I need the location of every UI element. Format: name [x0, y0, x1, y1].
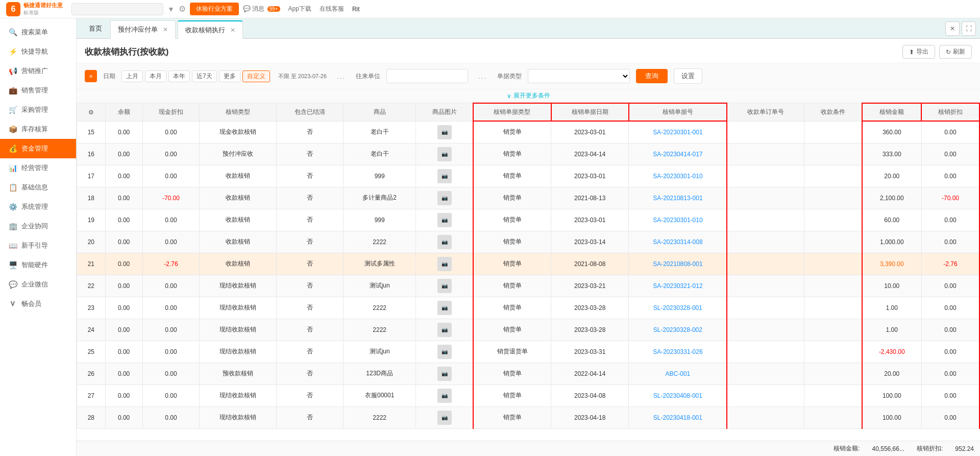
row-writeoff-discount: 0.00: [921, 275, 979, 297]
writeoff-no-link[interactable]: SL-20230328-002: [653, 326, 702, 333]
sidebar-item-purchase[interactable]: 🛒 采购管理: [0, 100, 76, 119]
sidebar-item-sales[interactable]: 💼 销售管理: [0, 81, 76, 100]
row-writeoff-date: 2023-03-14: [551, 231, 629, 253]
row-writeoff-no[interactable]: SA-20230321-012: [629, 275, 727, 297]
row-writeoff-amount: 1,000.00: [862, 231, 922, 253]
settings-button[interactable]: 设置: [674, 68, 702, 84]
date-btn-last-month[interactable]: 上月: [121, 70, 143, 82]
table-settings-icon[interactable]: ⚙: [88, 109, 94, 116]
row-writeoff-no[interactable]: SL-20230328-002: [629, 319, 727, 341]
sidebar-label-inventory: 库存核算: [21, 125, 48, 134]
sidebar-item-base[interactable]: 📋 基础信息: [0, 178, 76, 197]
col-goods-img: 商品图片: [416, 103, 474, 121]
row-writeoff-date: 2023-03-01: [551, 209, 629, 231]
sidebar-item-marketing[interactable]: 📢 营销推广: [0, 61, 76, 81]
sidebar-item-hardware[interactable]: 🖥️ 智能硬件: [0, 255, 76, 275]
filter-collapse-button[interactable]: »: [85, 70, 97, 82]
search-dropdown-icon[interactable]: ▼: [167, 5, 175, 13]
writeoff-no-link[interactable]: SA-20230321-012: [653, 282, 702, 290]
online-service-link[interactable]: 在线客服: [320, 5, 344, 13]
row-writeoff-no[interactable]: SA-20230314-008: [629, 231, 727, 253]
tab-prepay-close[interactable]: ✕: [163, 26, 168, 33]
row-writeoff-no[interactable]: SL-20230418-001: [629, 406, 727, 428]
filter-separator2: ...: [478, 73, 487, 80]
row-writeoff-no[interactable]: SA-20230301-010: [629, 209, 727, 231]
writeoff-no-link[interactable]: SA-20230414-017: [653, 151, 702, 158]
sidebar-item-shortcut[interactable]: ⚡ 快捷导航: [0, 42, 76, 61]
sidebar-item-member[interactable]: V 畅会员: [0, 294, 76, 314]
row-include-settled: 否: [276, 406, 343, 428]
sidebar-item-guide[interactable]: 📖 新手引导: [0, 236, 76, 255]
row-writeoff-type: 收款核销: [200, 209, 277, 231]
expand-conditions-btn[interactable]: ∨ 展开更多条件: [507, 91, 550, 100]
tab-fullscreen-button[interactable]: ⛶: [962, 21, 976, 36]
writeoff-no-link[interactable]: ABC-001: [666, 370, 691, 377]
row-writeoff-no[interactable]: SA-20210808-001: [629, 253, 727, 275]
row-writeoff-no[interactable]: SA-20210813-001: [629, 187, 727, 209]
row-writeoff-date: 2023-03-28: [551, 297, 629, 319]
sidebar-item-search[interactable]: 🔍 搜索菜单: [0, 22, 76, 42]
export-button[interactable]: ⬆ 导出: [902, 45, 935, 59]
writeoff-no-link[interactable]: SA-20230314-008: [653, 238, 702, 246]
tab-receipt-close[interactable]: ✕: [230, 27, 235, 34]
sidebar-item-wechat[interactable]: 💬 企业微信: [0, 275, 76, 294]
row-writeoff-no[interactable]: SA-20230414-017: [629, 143, 727, 165]
voucher-type-select[interactable]: [528, 69, 630, 83]
tab-prepay[interactable]: 预付冲应付单 ✕: [110, 20, 176, 39]
search-menu-icon: 🔍: [8, 28, 17, 37]
writeoff-no-link[interactable]: SL-20230408-001: [653, 392, 702, 399]
date-btn-this-month[interactable]: 本月: [145, 70, 166, 82]
date-btn-custom[interactable]: 自定义: [242, 70, 270, 82]
writeoff-no-link[interactable]: SA-20210813-001: [653, 195, 702, 202]
sidebar-label-marketing: 营销推广: [21, 66, 48, 76]
col-settings[interactable]: ⚙: [77, 103, 106, 121]
writeoff-no-link[interactable]: SL-20230328-001: [653, 304, 702, 311]
sidebar-item-corp[interactable]: 🏢 企业协同: [0, 217, 76, 236]
message-icon-area[interactable]: 💬 消息 99+: [243, 5, 280, 13]
date-range-text: 不限 至 2023-07-26: [278, 73, 327, 80]
sidebar-item-inventory[interactable]: 📦 库存核算: [0, 119, 76, 139]
tab-receipt[interactable]: 收款核销执行 ✕: [178, 20, 243, 39]
row-no: 28: [77, 406, 106, 428]
row-writeoff-no[interactable]: SA-20230331-026: [629, 341, 727, 363]
industry-solution-button[interactable]: 休验行业方案: [190, 3, 239, 15]
tab-home[interactable]: 首页: [81, 18, 110, 39]
row-receipt-order-no: [727, 385, 804, 406]
writeoff-no-link[interactable]: SA-20230301-010: [653, 173, 702, 180]
date-btn-this-year[interactable]: 本年: [168, 70, 190, 82]
row-no: 16: [77, 143, 106, 165]
date-btn-more[interactable]: 更多: [219, 70, 240, 82]
sidebar-item-finance[interactable]: 💰 资金管理: [0, 139, 76, 158]
writeoff-no-link[interactable]: SA-20230301-001: [653, 129, 702, 136]
row-writeoff-no[interactable]: ABC-001: [629, 363, 727, 385]
writeoff-no-link[interactable]: SA-20230331-026: [653, 348, 702, 355]
table-container[interactable]: ⚙ 余额 现金折扣 核销类型 包含已结清 商品 商品图片 核销单据类型 核销单据…: [77, 103, 980, 441]
app-download-link[interactable]: App下载: [288, 5, 311, 13]
writeoff-no-link[interactable]: SA-20230301-010: [653, 217, 702, 224]
writeoff-no-link[interactable]: SA-20210808-001: [653, 260, 702, 268]
sidebar-item-system[interactable]: ⚙️ 系统管理: [0, 197, 76, 217]
top-search-input[interactable]: [71, 3, 163, 15]
row-writeoff-date: 2023-03-28: [551, 319, 629, 341]
sidebar-item-operation[interactable]: 📊 经营管理: [0, 158, 76, 178]
writeoff-no-link[interactable]: SL-20230418-001: [653, 414, 702, 421]
sidebar-label-purchase: 采购管理: [21, 105, 48, 114]
user-name[interactable]: Rit: [352, 6, 360, 13]
row-writeoff-no[interactable]: SL-20230408-001: [629, 385, 727, 406]
table-header-row: ⚙ 余额 现金折扣 核销类型 包含已结清 商品 商品图片 核销单据类型 核销单据…: [77, 103, 980, 121]
trading-partner-input[interactable]: [386, 69, 468, 83]
row-writeoff-no[interactable]: SL-20230328-001: [629, 297, 727, 319]
row-writeoff-no[interactable]: SA-20230301-010: [629, 165, 727, 187]
row-writeoff-discount: 0.00: [921, 121, 979, 143]
tab-close-button[interactable]: ✕: [945, 21, 960, 36]
row-writeoff-discount: -2.76: [921, 253, 979, 275]
refresh-button[interactable]: ↻ 刷新: [939, 45, 972, 59]
date-btn-7days[interactable]: 近7天: [192, 70, 217, 82]
query-button[interactable]: 查询: [636, 69, 668, 83]
col-balance: 余额: [105, 103, 142, 121]
wechat-icon: 💬: [8, 280, 17, 289]
row-writeoff-no[interactable]: SA-20230301-001: [629, 121, 727, 143]
settings-gear-icon[interactable]: ⚙: [179, 4, 186, 14]
row-receipt-order-no: [727, 165, 804, 187]
sidebar-label-corp: 企业协同: [21, 222, 48, 231]
